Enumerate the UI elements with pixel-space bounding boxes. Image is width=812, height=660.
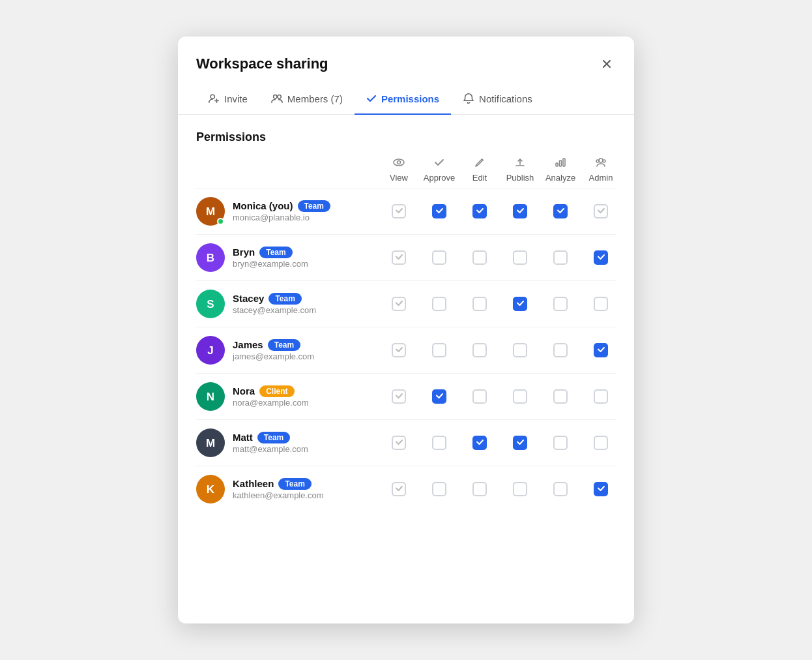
admin-icon — [594, 156, 607, 169]
perm-cell-approve — [419, 204, 459, 218]
avatar-nora: N — [196, 382, 225, 411]
user-name-row: Monica (you) Team — [233, 200, 330, 212]
checkbox-kathleen-publish[interactable] — [513, 482, 527, 496]
checkbox-monica-admin[interactable] — [594, 204, 608, 218]
permissions-content: Permissions View — [178, 115, 634, 525]
col-admin: Admin — [581, 156, 621, 183]
tab-invite-label: Invite — [224, 93, 248, 104]
checkbox-stacey-publish[interactable] — [513, 297, 527, 311]
perm-cells-nora — [379, 389, 621, 404]
user-name: Monica (you) — [233, 200, 293, 211]
perm-col-headers: View Approve Edit — [379, 156, 621, 183]
checkbox-matt-analyze[interactable] — [553, 436, 568, 450]
modal-title: Workspace sharing — [196, 55, 328, 72]
checkbox-bryn-publish[interactable] — [513, 250, 527, 265]
avatar-matt: M — [196, 428, 225, 457]
user-info-kathleen: K Kathleen Team kathleen@example.com — [196, 475, 379, 503]
modal-header: Workspace sharing — [178, 37, 634, 73]
close-icon — [600, 57, 613, 70]
permissions-table: View Approve Edit — [196, 156, 616, 512]
checkbox-nora-approve[interactable] — [432, 389, 446, 404]
permissions-section-title: Permissions — [196, 130, 616, 144]
checkbox-matt-admin[interactable] — [594, 436, 608, 450]
user-text-stacey: Stacey Team stacey@example.com — [233, 293, 316, 315]
check-icon — [395, 206, 403, 217]
checkbox-matt-publish[interactable] — [513, 436, 527, 450]
perm-cell-publish — [500, 343, 540, 357]
tab-permissions[interactable]: Permissions — [355, 85, 451, 115]
checkbox-stacey-analyze[interactable] — [553, 297, 568, 311]
user-email: james@example.com — [233, 352, 314, 361]
checkbox-stacey-approve[interactable] — [432, 297, 446, 311]
edit-icon — [473, 156, 486, 169]
user-name-row: Stacey Team — [233, 293, 316, 305]
user-badge: Team — [278, 478, 311, 490]
check-icon — [516, 299, 525, 309]
perm-cell-view — [379, 482, 419, 496]
checkbox-matt-view[interactable] — [392, 436, 406, 450]
user-name: Bryn — [233, 247, 255, 258]
checkbox-james-publish[interactable] — [513, 343, 527, 357]
checkbox-bryn-admin[interactable] — [594, 250, 608, 265]
user-badge: Team — [268, 339, 300, 351]
svg-text:J: J — [207, 344, 213, 357]
user-text-matt: Matt Team matt@example.com — [233, 432, 308, 454]
checkbox-kathleen-analyze[interactable] — [553, 482, 568, 496]
tab-members[interactable]: Members (7) — [259, 85, 355, 115]
tab-notifications[interactable]: Notifications — [451, 85, 544, 115]
user-name: Kathleen — [233, 478, 274, 489]
checkbox-bryn-view[interactable] — [392, 250, 406, 265]
user-rows-container: M Monica (you) Team monica@planable.io — [196, 188, 616, 512]
perm-cell-edit — [459, 343, 500, 357]
perm-cell-view — [379, 389, 419, 404]
checkbox-stacey-view[interactable] — [392, 297, 406, 311]
user-name-row: James Team — [233, 339, 314, 351]
svg-point-8 — [599, 158, 603, 162]
svg-point-2 — [278, 95, 281, 98]
check-icon — [395, 391, 403, 402]
tab-invite[interactable]: Invite — [196, 85, 259, 115]
checkbox-bryn-analyze[interactable] — [553, 250, 568, 265]
perm-cell-analyze — [540, 482, 581, 496]
checkbox-james-analyze[interactable] — [553, 343, 568, 357]
checkbox-monica-edit[interactable] — [472, 204, 487, 218]
checkbox-bryn-edit[interactable] — [472, 250, 487, 265]
checkbox-nora-view[interactable] — [392, 389, 406, 404]
perm-cells-kathleen — [379, 482, 621, 496]
checkbox-monica-view[interactable] — [392, 204, 406, 218]
approve-icon — [433, 156, 446, 169]
checkbox-kathleen-view[interactable] — [392, 482, 406, 496]
checkbox-nora-analyze[interactable] — [553, 389, 568, 404]
perm-cell-approve — [419, 250, 459, 265]
checkbox-bryn-approve[interactable] — [432, 250, 446, 265]
avatar-kathleen: K — [196, 475, 225, 503]
checkbox-stacey-admin[interactable] — [594, 297, 608, 311]
checkbox-james-edit[interactable] — [472, 343, 487, 357]
user-row-monica: M Monica (you) Team monica@planable.io — [196, 188, 616, 234]
checkbox-stacey-edit[interactable] — [472, 297, 487, 311]
checkbox-kathleen-approve[interactable] — [432, 482, 446, 496]
perm-cells-james — [379, 343, 621, 357]
checkbox-matt-approve[interactable] — [432, 436, 446, 450]
check-icon — [435, 206, 444, 217]
checkbox-kathleen-edit[interactable] — [472, 482, 487, 496]
checkbox-nora-edit[interactable] — [472, 389, 487, 404]
perm-cell-view — [379, 297, 419, 311]
checkbox-james-admin[interactable] — [594, 343, 608, 357]
checkbox-nora-publish[interactable] — [513, 389, 527, 404]
checkbox-monica-approve[interactable] — [432, 204, 446, 218]
perm-cell-analyze — [540, 204, 581, 218]
perm-cell-edit — [459, 297, 500, 311]
checkbox-nora-admin[interactable] — [594, 389, 608, 404]
checkbox-monica-publish[interactable] — [513, 204, 527, 218]
svg-point-1 — [273, 95, 276, 98]
user-info-stacey: S Stacey Team stacey@example.com — [196, 290, 379, 318]
checkbox-matt-edit[interactable] — [472, 436, 487, 450]
checkbox-james-approve[interactable] — [432, 343, 446, 357]
checkbox-monica-analyze[interactable] — [553, 204, 568, 218]
checkbox-kathleen-admin[interactable] — [594, 482, 608, 496]
user-info-james: J James Team james@example.com — [196, 336, 379, 365]
checkbox-james-view[interactable] — [392, 343, 406, 357]
close-button[interactable] — [598, 55, 616, 73]
user-text-bryn: Bryn Team bryn@example.com — [233, 247, 308, 269]
